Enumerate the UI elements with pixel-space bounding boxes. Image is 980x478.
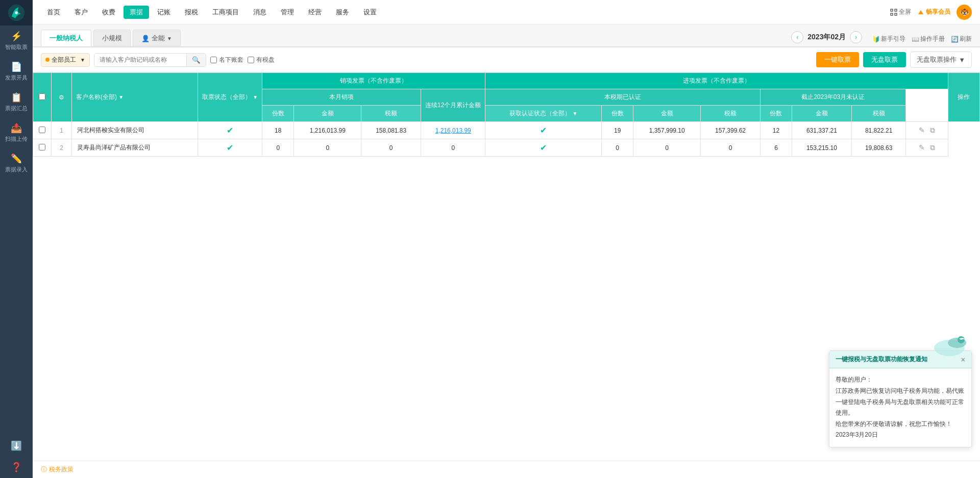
row-company-1: 灵寿县尚泽矿产品有限公司	[72, 139, 198, 157]
search-input[interactable]	[94, 54, 186, 66]
nav-tax[interactable]: 报税	[179, 6, 204, 19]
row-sales-amount-0: 1,216,013.99	[294, 122, 361, 139]
no-disk-fetch-btn[interactable]: 无盘取票	[863, 52, 906, 67]
th-this-month: 本月销项	[262, 89, 421, 106]
row-purchase-count-0: 19	[602, 122, 633, 139]
th-unrecognized: 截止2023年03月未认证	[760, 89, 906, 106]
row-num-0: 1	[52, 122, 72, 139]
table-row: 2 灵寿县尚泽矿产品有限公司 ✔ 0 0 0 0 ✔ 0 0 0 6 153,2…	[33, 139, 980, 157]
copy-action-1[interactable]: ⧉	[930, 143, 935, 152]
tab-general[interactable]: 一般纳税人	[41, 30, 91, 46]
tab-small[interactable]: 小规模	[93, 30, 131, 46]
sidebar-item-smart-fetch[interactable]: ⚡ 智能取票	[0, 26, 33, 56]
row-sales-amount-1: 0	[294, 139, 361, 157]
filter-icon[interactable]: ▼	[118, 94, 124, 100]
svg-point-1	[15, 11, 17, 14]
table-row: 1 河北柯搭梭实业有限公司 ✔ 18 1,216,013.99 158,081.…	[33, 122, 980, 139]
settings-icon[interactable]: ⚙	[59, 94, 64, 101]
chevron-down-icon: ▼	[167, 36, 172, 41]
th-purchase-tax: 税额	[701, 106, 761, 122]
sidebar-item-download[interactable]: ⬇️	[0, 435, 33, 457]
sub-account-checkbox[interactable]: 名下账套	[210, 56, 243, 64]
search-button[interactable]: 🔍	[186, 54, 206, 66]
row-cumulative-0: 1,216,013.99	[421, 122, 485, 139]
row-checkbox-0[interactable]	[39, 127, 45, 133]
row-fetch-status-1: ✔	[198, 139, 262, 157]
refresh-btn[interactable]: 🔄 刷新	[951, 35, 972, 43]
notification-close-btn[interactable]: ×	[961, 356, 965, 364]
one-click-fetch-btn[interactable]: 一键取票	[816, 52, 859, 67]
book-icon: 📖	[912, 36, 919, 43]
recognize-filter-icon[interactable]: ▼	[572, 111, 577, 116]
nav-customer[interactable]: 客户	[68, 6, 94, 19]
row-unrecog-tax-0: 81,822.21	[851, 122, 906, 139]
fullscreen-btn[interactable]: 全屏	[890, 8, 911, 16]
download-icon: ⬇️	[11, 440, 22, 451]
prev-month-btn[interactable]: ‹	[791, 31, 803, 43]
tax-policy-link[interactable]: 税务政策	[49, 465, 74, 474]
clipboard-icon: 📋	[11, 92, 22, 103]
current-month: 2023年02月	[807, 33, 846, 42]
tab-all[interactable]: 👤 全能 ▼	[133, 30, 181, 46]
nav-operation[interactable]: 经营	[302, 6, 328, 19]
new-guide-btn[interactable]: 🔰 新手引导	[872, 35, 905, 43]
nav-industrial[interactable]: 工商项目	[206, 6, 245, 19]
next-month-btn[interactable]: ›	[850, 31, 862, 43]
info-icon: ⓘ	[41, 465, 47, 474]
document-icon: 📄	[11, 61, 22, 72]
th-purchase-count: 份数	[602, 106, 633, 122]
user-avatar[interactable]: 🐯	[957, 5, 972, 20]
sidebar-item-data-entry[interactable]: ✏️ 票据录入	[0, 148, 33, 179]
tab-bar: 一般纳税人 小规模 👤 全能 ▼ ‹ 2023年02月 › 🔰 新手引导 📖	[33, 24, 980, 47]
nav-home[interactable]: 首页	[41, 6, 66, 19]
row-checkbox-1[interactable]	[39, 144, 45, 150]
th-unrecog-count: 份数	[760, 106, 792, 122]
th-unrecog-tax: 税额	[851, 106, 906, 122]
nav-message[interactable]: 消息	[247, 6, 273, 19]
row-sales-count-1: 0	[262, 139, 294, 157]
th-recognize-status: 获取认证状态（全部） ▼	[485, 106, 602, 122]
tax-disk-check[interactable]	[248, 57, 254, 63]
nav-invoice[interactable]: 票据	[124, 6, 149, 19]
fetch-status-filter-icon[interactable]: ▼	[253, 94, 258, 100]
edit-action-1[interactable]: ✎	[919, 143, 925, 152]
edit-action-0[interactable]: ✎	[919, 126, 925, 134]
no-disk-ops-btn[interactable]: 无盘取票操作 ▼	[910, 52, 972, 68]
upload-icon: 📤	[11, 122, 22, 134]
row-unrecog-count-0: 12	[760, 122, 792, 139]
nav-settings[interactable]: 设置	[357, 6, 383, 19]
row-cumulative-1: 0	[421, 139, 485, 157]
notification-title: 一键报税与无盘取票功能恢复通知	[836, 355, 927, 364]
nav-collection[interactable]: 收费	[96, 6, 121, 19]
th-checkbox	[33, 73, 52, 122]
sidebar-item-issue-invoice[interactable]: 📄 发票开具	[0, 56, 33, 87]
copy-action-0[interactable]: ⧉	[930, 126, 935, 134]
toolbar-left: 全部员工 ▼ 🔍 名下账套 有税盘	[41, 53, 811, 67]
manual-btn[interactable]: 📖 操作手册	[912, 35, 945, 43]
sub-account-check[interactable]	[210, 57, 217, 63]
nav-management[interactable]: 管理	[275, 6, 300, 19]
employee-dropdown-icon: ▼	[80, 57, 85, 63]
nav-service[interactable]: 服务	[330, 6, 355, 19]
guide-icon: 🔰	[872, 36, 880, 43]
row-company-0: 河北柯搭梭实业有限公司	[72, 122, 198, 139]
help-icon: ❓	[11, 462, 22, 473]
select-all-checkbox[interactable]	[39, 93, 45, 100]
nav-right: 全屏 畅享会员 🐯	[890, 5, 972, 20]
tax-disk-checkbox[interactable]: 有税盘	[248, 56, 275, 64]
th-company: 客户名称(全部) ▼	[72, 73, 198, 122]
sidebar-item-scan-upload[interactable]: 📤 扫描上传	[0, 117, 33, 148]
row-sales-count-0: 18	[262, 122, 294, 139]
nav-bookkeeping[interactable]: 记账	[151, 6, 177, 19]
row-actions-1: ✎ ⧉	[906, 139, 948, 157]
toolbar-right: 一键取票 无盘取票 无盘取票操作 ▼	[816, 52, 972, 68]
sidebar-item-help[interactable]: ❓	[0, 457, 33, 478]
th-purchase-amount: 金额	[633, 106, 701, 122]
th-unrecog-amount: 金额	[792, 106, 852, 122]
employee-select[interactable]: 全部员工 ▼	[41, 53, 90, 67]
member-btn[interactable]: 畅享会员	[917, 8, 950, 16]
row-actions-0: ✎ ⧉	[906, 122, 948, 139]
th-recognized: 本税期已认证	[485, 89, 760, 106]
sidebar-item-invoice-summary[interactable]: 📋 票据汇总	[0, 87, 33, 117]
row-purchase-tax-0: 157,399.62	[701, 122, 761, 139]
